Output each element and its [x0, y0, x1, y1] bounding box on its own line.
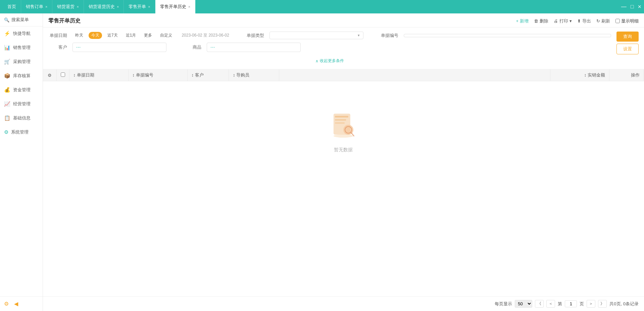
th-date[interactable]: ↕ 单据日期: [69, 69, 128, 81]
sidebar-item-quick-nav[interactable]: ⚡ 快捷导航: [0, 27, 43, 41]
per-page-select[interactable]: 50 100 200: [515, 300, 532, 308]
maximize-button[interactable]: □: [631, 4, 634, 10]
page-input[interactable]: [565, 300, 577, 307]
th-amount[interactable]: ↕ 实销金额: [550, 69, 609, 81]
sidebar-label-finance-mgmt: 资金管理: [13, 87, 31, 93]
date-btn-7days[interactable]: 近7天: [105, 32, 120, 39]
refresh-icon: ↻: [596, 18, 600, 23]
tab-retail-open-history[interactable]: 零售开单历史×: [155, 0, 195, 13]
pagination-bar: 每页显示 50 100 200 《 ＜ 第 页 ＞ 》 共0页, 0条记录: [43, 296, 644, 311]
display-detail-toggle[interactable]: 显示明细: [615, 18, 639, 24]
tab-retail-open[interactable]: 零售开单×: [124, 0, 155, 13]
content-area: 零售开单历史 + 新增 🗑 删除 🖨 打印 ▾ ⬆ 导出: [43, 13, 644, 311]
sidebar: 🔍 搜索菜单 ⚡ 快捷导航📊 销售管理🛒 采购管理📦 库存核算💰 资金管理📈 经…: [0, 13, 43, 311]
date-btn-today[interactable]: 今天: [89, 32, 102, 39]
date-btn-more[interactable]: 更多: [141, 32, 155, 39]
collapse-row: ∧ 收起更多条件: [48, 55, 611, 65]
goods-label: 商品: [183, 44, 201, 50]
delete-button[interactable]: 🗑 删除: [534, 18, 548, 24]
delete-label: 删除: [540, 18, 548, 24]
page-title: 零售开单历史: [48, 17, 81, 24]
add-label: 新增: [520, 18, 529, 24]
tab-label: 销货退货历史: [89, 4, 115, 10]
customer-dots: ···: [76, 44, 81, 50]
number-input[interactable]: [404, 34, 611, 37]
th-checkbox[interactable]: [56, 69, 69, 81]
add-button[interactable]: + 新增: [516, 18, 529, 24]
sidebar-item-inventory[interactable]: 📦 库存核算: [0, 69, 43, 83]
sidebar-item-sales-mgmt[interactable]: 📊 销售管理: [0, 41, 43, 55]
tab-bar-right: — □ ×: [621, 3, 641, 10]
tab-sales-order[interactable]: 销售订单×: [21, 0, 52, 13]
date-btn-yesterday[interactable]: 昨天: [72, 32, 86, 39]
sidebar-icon-inventory: 📦: [4, 73, 10, 79]
select-all-checkbox[interactable]: [61, 72, 65, 77]
last-page-button[interactable]: 》: [598, 300, 607, 308]
date-range-text: 2023-06-02 至 2023-06-02: [182, 33, 229, 38]
first-page-button[interactable]: 《: [535, 300, 544, 308]
empty-icon: [327, 108, 360, 142]
goods-input[interactable]: ···: [207, 43, 301, 52]
sidebar-item-operations-mgmt[interactable]: 📈 经营管理: [0, 97, 43, 111]
tab-close-retail-open-history[interactable]: ×: [188, 5, 190, 9]
goods-dots: ···: [210, 44, 215, 50]
sidebar-item-system-mgmt[interactable]: ⚙ 系统管理: [0, 125, 43, 139]
filter-area: 单据日期 昨天 今天 近7天 近1月 更多 自定义 2023-06-02 至 2…: [43, 28, 644, 69]
sidebar-item-basic-info[interactable]: 📋 基础信息: [0, 111, 43, 125]
print-icon: 🖨: [554, 18, 558, 23]
tab-close-sales-order[interactable]: ×: [45, 5, 47, 9]
date-btn-1month[interactable]: 近1月: [123, 32, 139, 39]
next-page-button[interactable]: ＞: [587, 300, 595, 308]
sidebar-icon-operations-mgmt: 📈: [4, 101, 10, 107]
print-button[interactable]: 🖨 打印 ▾: [554, 18, 572, 24]
collapse-button[interactable]: ∧ 收起更多条件: [315, 58, 344, 64]
tabs-container: 首页销售订单×销货退货×销货退货历史×零售开单×零售开单历史×: [3, 0, 195, 13]
th-number[interactable]: ↕ 单据编号: [128, 69, 187, 81]
page-label-suffix: 页: [580, 301, 584, 307]
sidebar-icon-purchase-mgmt: 🛒: [4, 59, 10, 65]
sidebar-item-finance-mgmt[interactable]: 💰 资金管理: [0, 83, 43, 97]
settings-button[interactable]: 设置: [616, 44, 639, 54]
export-label: 导出: [582, 18, 591, 24]
print-label: 打印: [559, 18, 568, 24]
export-icon: ⬆: [577, 18, 581, 23]
tab-sales-return[interactable]: 销货退货×: [52, 0, 84, 13]
sidebar-item-purchase-mgmt[interactable]: 🛒 采购管理: [0, 55, 43, 69]
export-button[interactable]: ⬆ 导出: [577, 18, 591, 24]
refresh-button[interactable]: ↻ 刷新: [596, 18, 610, 24]
tab-close-retail-open[interactable]: ×: [148, 5, 150, 9]
sidebar-label-basic-info: 基础信息: [13, 115, 31, 121]
minimize-button[interactable]: —: [621, 4, 627, 10]
date-btn-custom[interactable]: 自定义: [157, 32, 175, 39]
page-header: 零售开单历史 + 新增 🗑 删除 🖨 打印 ▾ ⬆ 导出: [43, 13, 644, 28]
date-label: 单据日期: [48, 33, 67, 39]
sidebar-items-container: ⚡ 快捷导航📊 销售管理🛒 采购管理📦 库存核算💰 资金管理📈 经营管理📋 基础…: [0, 27, 43, 139]
tab-close-sales-return[interactable]: ×: [77, 5, 79, 9]
collapse-label: 收起更多条件: [320, 58, 344, 64]
type-select[interactable]: ▾: [269, 32, 363, 39]
empty-row: 暂无数据: [43, 81, 644, 180]
refresh-label: 刷新: [601, 18, 610, 24]
th-customer[interactable]: ↕ 客户: [187, 69, 229, 81]
prev-page-button[interactable]: ＜: [546, 300, 555, 308]
query-button[interactable]: 查询: [616, 32, 639, 42]
number-label: 单据编号: [380, 33, 398, 39]
sidebar-search[interactable]: 🔍 搜索菜单: [0, 13, 43, 27]
th-guide[interactable]: ↕ 导购员: [229, 69, 279, 81]
sidebar-settings-icon[interactable]: ⚙: [4, 301, 9, 307]
filter-row-2: 客户 ··· 商品 ···: [48, 43, 611, 52]
customer-input[interactable]: ···: [72, 43, 166, 52]
tab-home[interactable]: 首页: [3, 0, 21, 13]
search-icon: 🔍: [4, 17, 9, 22]
sidebar-collapse-icon[interactable]: ◀: [14, 301, 18, 307]
main-layout: 🔍 搜索菜单 ⚡ 快捷导航📊 销售管理🛒 采购管理📦 库存核算💰 资金管理📈 经…: [0, 13, 644, 311]
display-detail-checkbox[interactable]: [615, 19, 620, 23]
tab-label: 销售订单: [26, 4, 43, 10]
tab-sales-return-history[interactable]: 销货退货历史×: [84, 0, 124, 13]
tab-label: 零售开单历史: [160, 4, 186, 10]
sidebar-label-sales-mgmt: 销售管理: [13, 45, 31, 51]
close-window-button[interactable]: ×: [638, 3, 641, 10]
tab-label: 零售开单: [129, 4, 146, 10]
th-settings[interactable]: ⚙: [43, 69, 56, 81]
tab-close-sales-return-history[interactable]: ×: [117, 5, 119, 9]
